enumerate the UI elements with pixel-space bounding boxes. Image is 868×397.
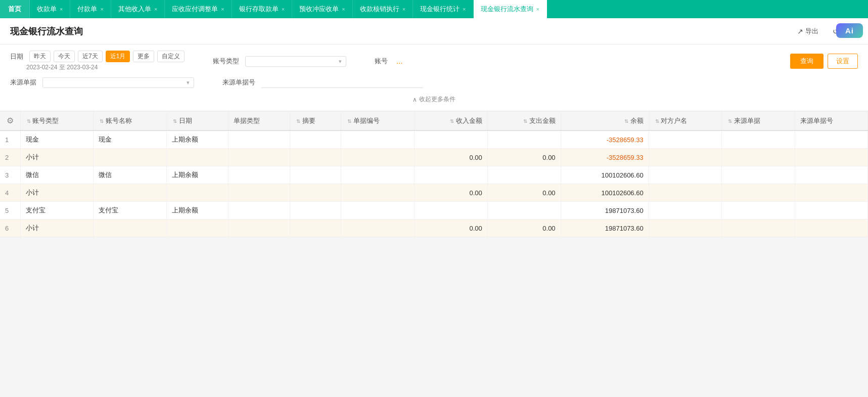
- th-doc-type[interactable]: 单据类型: [229, 111, 290, 130]
- cell-source-doc-no: [795, 149, 868, 166]
- source-doc-select[interactable]: ▾: [42, 77, 194, 88]
- cell-doc-no: [341, 184, 415, 202]
- nav-tab-cash-flow-query[interactable]: 现金银行流水查询 ×: [474, 0, 547, 18]
- collapse-more-conditions[interactable]: ∧ 收起更多条件: [10, 93, 858, 107]
- account-type-select[interactable]: ▾: [245, 56, 346, 67]
- th-counterparty[interactable]: ⇅ 对方户名: [649, 111, 722, 130]
- th-source-doc-no[interactable]: 来源单据号: [795, 111, 868, 130]
- cell-counterparty: [649, 149, 722, 166]
- row-num: 3: [0, 166, 20, 184]
- date-btn-7days[interactable]: 近7天: [78, 51, 103, 62]
- th-settings[interactable]: ⚙: [0, 111, 20, 130]
- date-shortcuts: 昨天 今天 近7天 近1月 更多 自定义: [29, 51, 185, 62]
- date-range-display: 2023-02-24 至 2023-03-24: [26, 63, 98, 72]
- close-icon[interactable]: ×: [100, 6, 103, 12]
- row-num: 2: [0, 149, 20, 166]
- cell-doc-no: [341, 166, 415, 184]
- cell-counterparty: [649, 130, 722, 149]
- nav-tab-fukuan[interactable]: 付款单 ×: [70, 0, 111, 18]
- cell-date: [167, 149, 229, 166]
- table-row: 3 微信 微信 上期余额 100102606.60: [0, 166, 868, 184]
- th-account-name[interactable]: ⇅ 账号名称: [94, 111, 167, 130]
- table-row: 4 小计 0.00 0.00 100102606.60: [0, 184, 868, 202]
- cell-source-doc-no: [795, 166, 868, 184]
- export-button[interactable]: ↗ 导出: [793, 25, 823, 38]
- cell-account-type: 现金: [20, 130, 94, 149]
- th-source-doc[interactable]: ⇅ 来源单据: [722, 111, 795, 130]
- cell-counterparty: [649, 184, 722, 202]
- th-date[interactable]: ⇅ 日期: [167, 111, 229, 130]
- filter-area: 日期 昨天 今天 近7天 近1月 更多 自定义 2023-02-24 至 202…: [0, 45, 868, 111]
- account-dots-button[interactable]: ...: [394, 57, 404, 66]
- nav-tab-verification[interactable]: 收款核销执行 ×: [353, 0, 413, 18]
- cell-account-name: [94, 149, 167, 166]
- date-btn-1month[interactable]: 近1月: [106, 51, 130, 62]
- nav-tab-bank-deposit[interactable]: 银行存取款单 ×: [232, 0, 292, 18]
- th-account-type[interactable]: ⇅ 账号类型: [20, 111, 94, 130]
- sort-icon: ⇅: [450, 118, 454, 124]
- cell-summary: [290, 130, 341, 149]
- ai-badge[interactable]: Ai: [836, 23, 863, 38]
- cell-balance: -3528659.33: [561, 130, 649, 149]
- close-icon[interactable]: ×: [342, 6, 345, 12]
- filter-row-2: 来源单据 ▾ 来源单据号: [10, 77, 858, 88]
- table-header-row: ⚙ ⇅ 账号类型 ⇅ 账号名称 ⇅ 日期 单据类型 ⇅: [0, 111, 868, 130]
- close-icon[interactable]: ×: [282, 6, 285, 12]
- cell-doc-type: [229, 149, 290, 166]
- cell-account-name: [94, 219, 167, 237]
- cell-expense: 0.00: [487, 219, 561, 237]
- cell-summary: [290, 166, 341, 184]
- table-row: 5 支付宝 支付宝 上期余额 19871073.60: [0, 202, 868, 219]
- settings-button[interactable]: 设置: [828, 54, 858, 69]
- nav-tab-shoukuan[interactable]: 收款单 ×: [30, 0, 70, 18]
- date-btn-more[interactable]: 更多: [133, 51, 154, 62]
- source-doc-num-input[interactable]: [261, 77, 423, 88]
- nav-tab-prepay[interactable]: 预收冲应收单 ×: [292, 0, 352, 18]
- nav-home[interactable]: 首页: [0, 0, 30, 18]
- cell-doc-type: [229, 219, 290, 237]
- top-navigation: 首页 收款单 × 付款单 × 其他收入单 × 应收应付调整单 × 银行存取款单 …: [0, 0, 868, 18]
- page-header: 现金银行流水查询 ↗ 导出 ↺ 刷新 Ai: [0, 18, 868, 45]
- date-btn-today[interactable]: 今天: [54, 51, 75, 62]
- sort-icon: ⇅: [347, 118, 351, 124]
- page-title: 现金银行流水查询: [10, 25, 83, 37]
- cell-expense: 0.00: [487, 149, 561, 166]
- nav-home-label: 首页: [8, 5, 21, 14]
- nav-tab-other-income[interactable]: 其他收入单 ×: [111, 0, 165, 18]
- date-btn-yesterday[interactable]: 昨天: [29, 51, 51, 62]
- cell-account-type: 小计: [20, 184, 94, 202]
- row-num: 6: [0, 219, 20, 237]
- query-button[interactable]: 查询: [790, 54, 824, 69]
- close-icon[interactable]: ×: [60, 6, 63, 12]
- cell-expense: [487, 166, 561, 184]
- th-balance[interactable]: ⇅ 余额: [561, 111, 649, 130]
- cell-source-doc: [722, 130, 795, 149]
- nav-tab-adjustment[interactable]: 应收应付调整单 ×: [165, 0, 232, 18]
- nav-tab-cash-stats[interactable]: 现金银行统计 ×: [413, 0, 473, 18]
- th-doc-no[interactable]: ⇅ 单据编号: [341, 111, 415, 130]
- cell-income: [415, 202, 488, 219]
- cell-summary: [290, 219, 341, 237]
- close-icon[interactable]: ×: [463, 6, 466, 12]
- cell-source-doc: [722, 202, 795, 219]
- close-icon[interactable]: ×: [402, 6, 405, 12]
- cell-income: [415, 130, 488, 149]
- close-icon[interactable]: ×: [536, 6, 539, 12]
- gear-icon[interactable]: ⚙: [7, 116, 14, 125]
- source-doc-label: 来源单据: [10, 78, 36, 87]
- account-type-label: 账号类型: [213, 57, 239, 66]
- cell-counterparty: [649, 202, 722, 219]
- row-num: 5: [0, 202, 20, 219]
- cell-summary: [290, 184, 341, 202]
- close-icon[interactable]: ×: [221, 6, 224, 12]
- cell-balance: 19871073.60: [561, 202, 649, 219]
- cell-expense: 0.00: [487, 184, 561, 202]
- date-btn-custom[interactable]: 自定义: [157, 51, 185, 62]
- th-expense[interactable]: ⇅ 支出金额: [487, 111, 561, 130]
- close-icon[interactable]: ×: [154, 6, 157, 12]
- th-summary[interactable]: ⇅ 摘要: [290, 111, 341, 130]
- cell-balance: 19871073.60: [561, 219, 649, 237]
- th-income[interactable]: ⇅ 收入金额: [415, 111, 488, 130]
- cell-summary: [290, 149, 341, 166]
- cell-income: 0.00: [415, 184, 488, 202]
